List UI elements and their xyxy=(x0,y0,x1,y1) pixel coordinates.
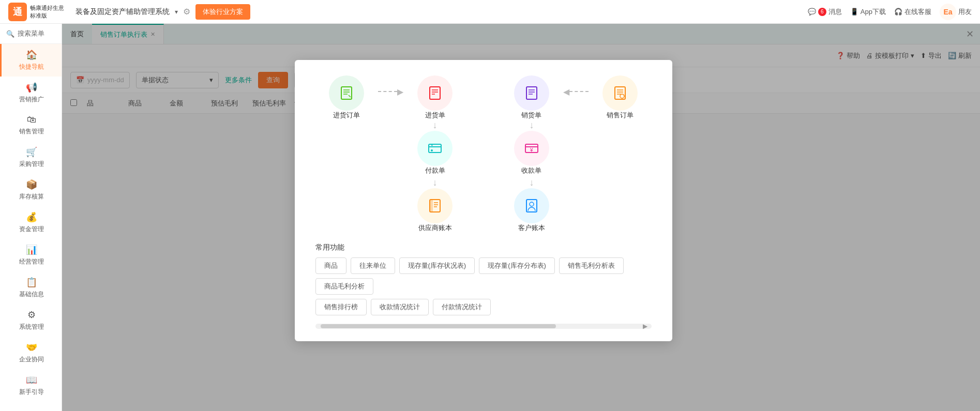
header-right: 💬 6 消息 📱 App下载 🎧 在线客服 Ea 用友 xyxy=(808,4,972,20)
flow-sales-invoice: 销货单 xyxy=(500,75,563,120)
scrollbar-right-arrow[interactable]: ▶ xyxy=(643,323,647,330)
sidebar-item-label: 资金管理 xyxy=(19,225,44,234)
main-layout: 🔍 搜索菜单 🏠 快捷导航 📢 营销推广 🛍 销售管理 🛒 采购管理 📦 库存核… xyxy=(0,24,980,411)
phone-icon: 📱 xyxy=(850,8,858,16)
user-avatar-item[interactable]: Ea 用友 xyxy=(940,4,972,20)
common-functions-title: 常用功能 xyxy=(315,243,652,252)
operation-icon: 📊 xyxy=(26,244,37,255)
flow-customer-ledger: 客户账本 xyxy=(500,188,563,233)
flow-payment: ¥ 付款单 xyxy=(403,131,466,175)
sales-invoice-circle[interactable] xyxy=(514,75,549,111)
sidebar-item-label: 快捷导航 xyxy=(19,63,44,71)
func-btn-receipt-stats[interactable]: 收款情况统计 xyxy=(371,299,429,315)
purchase-order-label: 进货订单 xyxy=(333,111,360,120)
dropdown-arrow[interactable]: ▾ xyxy=(175,8,178,16)
user-label: 用友 xyxy=(958,7,972,17)
content-area: 首页 销售订单执行表 ✕ ✕ ❓ 帮助 🖨 按模板打印 ▾ ⬆ 导出 xyxy=(62,24,980,411)
sidebar-item-label: 新手引导 xyxy=(19,388,44,397)
svg-rect-4 xyxy=(430,87,440,99)
scrollbar-thumb[interactable] xyxy=(321,324,556,328)
sidebar-item-operation[interactable]: 📊 经营管理 xyxy=(0,239,62,271)
sidebar-item-finance[interactable]: 💰 资金管理 xyxy=(0,206,62,239)
modal-scrollbar[interactable]: ▶ xyxy=(315,324,652,329)
sales-icon: 🛍 xyxy=(27,114,36,125)
online-service-item[interactable]: 🎧 在线客服 xyxy=(894,7,931,17)
flow-purchase-invoice: 进货单 xyxy=(403,75,466,120)
user-avatar: Ea xyxy=(940,4,956,20)
sidebar-item-enterprise[interactable]: 🤝 企业协同 xyxy=(0,337,62,369)
supplier-ledger-label: 供应商账本 xyxy=(418,223,452,233)
purchase-invoice-circle[interactable] xyxy=(417,75,453,111)
func-buttons-row2: 销售排行榜 收款情况统计 付款情况统计 xyxy=(315,299,652,315)
sales-invoice-label: 销货单 xyxy=(521,111,541,120)
home-icon: 🏠 xyxy=(26,49,37,60)
sidebar-item-basic[interactable]: 📋 基础信息 xyxy=(0,271,62,304)
payment-circle[interactable]: ¥ xyxy=(417,131,453,166)
newbie-icon: 📖 xyxy=(26,374,37,386)
purchase-invoice-label: 进货单 xyxy=(425,111,445,120)
system-title: 装备及固定资产辅助管理系统 xyxy=(76,7,170,17)
func-btn-payment-stats[interactable]: 付款情况统计 xyxy=(433,299,491,315)
sidebar: 🔍 搜索菜单 🏠 快捷导航 📢 营销推广 🛍 销售管理 🛒 采购管理 📦 库存核… xyxy=(0,24,62,411)
func-btn-sales-margin[interactable]: 销售毛利分析表 xyxy=(559,257,624,274)
gear-icon[interactable]: ⚙ xyxy=(183,7,190,17)
sidebar-item-marketing[interactable]: 📢 营销推广 xyxy=(0,77,62,109)
svg-rect-8 xyxy=(526,87,537,99)
flow-purchase-order: 进货订单 xyxy=(315,75,379,120)
sales-order-label: 销售订单 xyxy=(607,111,634,120)
sidebar-item-inventory[interactable]: 📦 库存核算 xyxy=(0,174,62,206)
sidebar-item-label: 采购管理 xyxy=(19,160,44,169)
app-label: App下载 xyxy=(861,7,886,17)
sales-order-circle[interactable] xyxy=(602,75,638,111)
enterprise-icon: 🤝 xyxy=(26,342,37,353)
headset-icon: 🎧 xyxy=(894,8,902,16)
message-count-badge: 6 xyxy=(818,8,826,16)
svg-text:¥: ¥ xyxy=(530,147,533,153)
logo-icon: 通 xyxy=(8,3,27,21)
svg-point-30 xyxy=(530,202,534,206)
logo-area: 通 畅康通好生意 标准版 xyxy=(8,3,70,21)
search-menu[interactable]: 🔍 搜索菜单 xyxy=(0,24,62,44)
func-btn-parties[interactable]: 往来单位 xyxy=(351,257,395,274)
svg-rect-25 xyxy=(430,200,433,212)
message-icon: 💬 xyxy=(808,8,816,16)
func-btn-product[interactable]: 商品 xyxy=(315,257,346,274)
svg-point-16 xyxy=(620,94,624,98)
sidebar-item-quick[interactable]: 🏠 快捷导航 xyxy=(0,44,62,77)
sidebar-item-purchase[interactable]: 🛒 采购管理 xyxy=(0,141,62,174)
customer-ledger-circle[interactable] xyxy=(514,188,549,223)
service-label: 在线客服 xyxy=(904,7,931,17)
trial-button[interactable]: 体验行业方案 xyxy=(195,4,250,20)
sidebar-item-label: 销售管理 xyxy=(19,127,44,136)
flow-sales-order: 销售订单 xyxy=(589,75,652,120)
flow-supplier-ledger: 供应商账本 xyxy=(403,188,466,233)
func-btn-stock-status[interactable]: 现存量(库存状况表) xyxy=(399,257,475,274)
logo-text: 畅康通好生意 标准版 xyxy=(30,4,64,19)
receipt-label: 收款单 xyxy=(521,166,541,175)
sidebar-item-sales[interactable]: 🛍 销售管理 xyxy=(0,109,62,141)
func-btn-sales-rank[interactable]: 销售排行榜 xyxy=(315,299,367,315)
svg-point-19 xyxy=(431,149,433,151)
modal-overlay[interactable]: 进货订单 ▶ 进货单 xyxy=(62,24,980,411)
receipt-circle[interactable]: ¥ xyxy=(514,131,549,166)
basic-icon: 📋 xyxy=(26,277,37,288)
sidebar-item-label: 库存核算 xyxy=(19,192,44,201)
app-download-item[interactable]: 📱 App下载 xyxy=(850,7,886,17)
search-icon: 🔍 xyxy=(6,30,14,38)
customer-ledger-label: 客户账本 xyxy=(518,223,545,233)
finance-icon: 💰 xyxy=(26,211,37,223)
svg-rect-0 xyxy=(341,87,352,99)
purchase-icon: 🛒 xyxy=(26,146,37,158)
header-center: 装备及固定资产辅助管理系统 ▾ ⚙ 体验行业方案 xyxy=(70,4,808,20)
common-functions: 常用功能 商品 往来单位 现存量(库存状况表) 现存量(库存分布表) 销售毛利分… xyxy=(315,243,652,315)
search-menu-label: 搜索菜单 xyxy=(18,29,44,38)
sidebar-item-system[interactable]: ⚙ 系统管理 xyxy=(0,304,62,337)
func-btn-stock-dist[interactable]: 现存量(库存分布表) xyxy=(479,257,555,274)
func-btn-product-margin[interactable]: 商品毛利分析 xyxy=(315,278,373,295)
supplier-ledger-circle[interactable] xyxy=(417,188,453,223)
marketing-icon: 📢 xyxy=(26,82,37,93)
func-buttons-row1: 商品 往来单位 现存量(库存状况表) 现存量(库存分布表) 销售毛利分析表 商品… xyxy=(315,257,652,295)
message-item[interactable]: 💬 6 消息 xyxy=(808,7,842,17)
purchase-order-circle[interactable] xyxy=(329,75,364,111)
sidebar-item-newbie[interactable]: 📖 新手引导 xyxy=(0,369,62,402)
